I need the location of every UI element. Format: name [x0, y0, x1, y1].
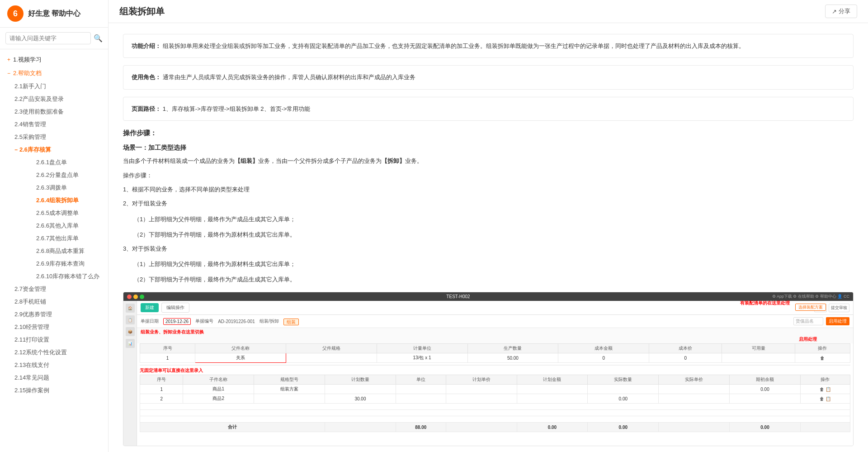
- path-box: 页面路径： 1、库存核算->库存管理->组装拆卸单 2、首页->常用功能: [123, 97, 854, 121]
- close-ctrl: [127, 295, 132, 299]
- sidebar-item-cost-adjust[interactable]: 2.6.5成本调整单: [36, 207, 108, 219]
- sidebar-item-ops[interactable]: 2.10经营管理: [14, 321, 108, 333]
- scene1-desc: 当由多个子件材料组装成一个成品的业务为【组装】业务，当由一个父件拆分成多个子产品…: [123, 156, 854, 166]
- main-area: 组装拆卸单 ↗ 分享 功能介绍： 组装拆卸单用来处理企业组装或拆卸等加工业务，支…: [108, 0, 868, 452]
- mock-num-label: 单据编号: [195, 318, 213, 324]
- tf-total-label: 合计: [140, 423, 325, 432]
- td-plan-a: [517, 385, 588, 394]
- mock-process-btn[interactable]: 启用处理: [826, 317, 849, 325]
- td-actual-q: 0.00: [588, 394, 659, 404]
- mock-upper-table: 序号 父件名称 父件规格 计量单位 生产数量 成本金额 成本价 可用量 操作: [137, 343, 853, 365]
- td-unit: [396, 385, 446, 394]
- mock-assembly-type[interactable]: 组装: [283, 319, 299, 325]
- mock-app-layout: 🏠 📋 📦 📊 新建 编辑操作 有装配清单的在这里处理 选择装配方案: [123, 301, 853, 446]
- mock-date-value: 2019-12-26: [163, 318, 191, 325]
- th-parent-name: 父件名称: [195, 344, 286, 353]
- main-header: 组装拆卸单 ↗ 分享: [108, 0, 868, 23]
- th-plan-qty: 计划数量: [325, 375, 396, 385]
- td-seq: 1: [140, 353, 195, 363]
- steps-list: 1、根据不同的业务，选择不同单据的类型来处理 2、对于组装业务 （1）上部明细为…: [123, 184, 854, 286]
- step2-2: （2）下部明细为子件明细，最终作为原材料生成其它出库单。: [134, 228, 854, 242]
- sidebar-item-inventory-book[interactable]: 2.6.9库存账本查询: [36, 257, 108, 270]
- sidebar-item-partial-count[interactable]: 2.6.2分量盘点单: [36, 169, 108, 181]
- sidebar-item-inventory[interactable]: − 2.6库存核算: [14, 143, 108, 156]
- collapse-icon-inventory: −: [14, 147, 18, 153]
- th-actual-price: 实际单价: [659, 375, 730, 385]
- sidebar-item-cases[interactable]: 2.15操作案例: [14, 384, 108, 397]
- step2: 2、对于组装业务: [123, 198, 854, 209]
- expand-icon: +: [7, 57, 10, 63]
- mock-tab-new[interactable]: 新建: [141, 303, 159, 312]
- annotation-enable: 启用处理: [137, 336, 853, 343]
- th-actual-qty: 实际数量: [588, 375, 659, 385]
- table-row: [140, 410, 850, 416]
- td-action: 🗑: [795, 353, 850, 363]
- tf-v8: [800, 423, 850, 432]
- search-input[interactable]: [5, 32, 91, 44]
- td-plan-a: [517, 394, 588, 404]
- td-plan-p: [446, 394, 517, 404]
- role-box: 使用角色： 通常由生产人员或库管人员完成拆装业务的操作，库管人员确认原材料的出库…: [123, 65, 854, 89]
- scene1-title: 场景一：加工类型选择: [123, 144, 854, 152]
- share-icon: ↗: [832, 8, 837, 15]
- sidebar-item-other-in[interactable]: 2.6.6其他入库单: [36, 219, 108, 232]
- sidebar-item-cost-recalc[interactable]: 2.6.8商品成本重算: [36, 245, 108, 257]
- step3-2: （2）下部明细为子件明细，最终作为产成品生成其它入库单。: [134, 273, 854, 286]
- role-label: 使用角色：: [132, 74, 161, 81]
- sidebar-item-help-docs[interactable]: − 2.帮助文档: [0, 67, 108, 80]
- td-op: 🗑 📋: [800, 394, 850, 404]
- sidebar-item-sales[interactable]: 2.4销售管理: [14, 118, 108, 131]
- sidebar-search-bar: 🔍: [0, 28, 108, 49]
- sidebar-item-install[interactable]: 2.2产品安装及登录: [14, 93, 108, 105]
- share-button[interactable]: ↗ 分享: [825, 5, 857, 18]
- mock-main-body: 新建 编辑操作 有装配清单的在这里处理 选择装配方案 保存 提交审核: [137, 301, 853, 446]
- sidebar-item-other-out[interactable]: 2.6.7其他出库单: [36, 232, 108, 245]
- th-plan-amt: 计划金额: [517, 375, 588, 385]
- mock-search-goods[interactable]: 货值品名: [793, 317, 823, 325]
- td-name: 关系: [195, 353, 286, 363]
- table-row: [140, 404, 850, 410]
- sidebar-item-finance[interactable]: 2.7资金管理: [14, 283, 108, 295]
- sidebar-item-online-pay[interactable]: 2.13在线支付: [14, 359, 108, 371]
- td-actual-p: [659, 385, 730, 394]
- path-label: 页面路径：: [132, 105, 161, 112]
- th-seq: 序号: [140, 375, 183, 385]
- mock-date-label: 单据日期: [141, 318, 159, 324]
- sidebar-item-purchase[interactable]: 2.5采购管理: [14, 131, 108, 143]
- intro-box: 功能介绍： 组装拆卸单用来处理企业组装或拆卸等加工业务，支持有固定装配清单的产品…: [123, 34, 854, 58]
- sidebar-item-video-learning[interactable]: + 1.视频学习: [0, 53, 108, 67]
- th-op: 操作: [800, 375, 850, 385]
- tf-v2: 88.00: [396, 423, 446, 432]
- mock-btn-submit[interactable]: 提交审核: [829, 304, 849, 312]
- sidebar-item-coupon[interactable]: 2.9优惠券管理: [14, 308, 108, 321]
- role-text: 通常由生产人员或库管人员完成拆装业务的操作，库管人员确认原材料的出库和产成品的入…: [163, 74, 415, 81]
- sidebar-item-stockcount[interactable]: 2.6.1盘点单: [36, 156, 108, 169]
- mock-lower-table: 无固定清单可以直接在这里录入 序号 子件名称 规格型号 计划数量 单位 计划单价: [137, 366, 853, 446]
- mock-select-plan-btn[interactable]: 选择装配方案: [795, 303, 826, 310]
- th-unit: 单位: [396, 375, 446, 385]
- annotation-no-plan: 无固定清单可以直接在这里录入: [140, 367, 850, 374]
- sidebar-item-print[interactable]: 2.11打印设置: [14, 333, 108, 346]
- th-qty: 计量单位: [377, 344, 467, 353]
- sidebar-item-newbie[interactable]: 2.1新手入门: [14, 80, 108, 93]
- td-balance: [730, 394, 801, 404]
- sidebar-item-assembly[interactable]: 2.6.4组装拆卸单: [36, 194, 108, 207]
- sidebar-item-inventory-error[interactable]: 2.6.10库存账本错了么办: [36, 270, 108, 283]
- sidebar-item-system-config[interactable]: 2.12系统个性化设置: [14, 346, 108, 359]
- mock-type-label: 组装/拆卸: [259, 318, 279, 324]
- sidebar-item-data-prep[interactable]: 2.3使用前数据准备: [14, 105, 108, 118]
- th-child-name: 子件名称: [183, 375, 254, 385]
- sidebar-item-faq[interactable]: 2.14常见问题: [14, 371, 108, 384]
- mock-icon-home: 🏠: [126, 304, 135, 313]
- td-plan-q: [325, 385, 396, 394]
- tf-v3: [446, 423, 517, 432]
- td-name: 商品2: [183, 394, 254, 404]
- mock-tab-edit[interactable]: 编辑操作: [161, 303, 189, 313]
- search-button[interactable]: 🔍: [94, 34, 103, 43]
- sidebar: 6 好生意 帮助中心 🔍 + 1.视频学习 − 2.帮助文档 2.1新手入门 2…: [0, 0, 108, 452]
- sidebar-item-mobile[interactable]: 2.8手机旺铺: [14, 295, 108, 308]
- td-cost-p: 0: [649, 353, 722, 363]
- sidebar-item-transfer[interactable]: 2.6.3调拨单: [36, 181, 108, 194]
- mock-left-sidebar: 🏠 📋 📦 📊: [123, 301, 137, 446]
- td-seq: 1: [140, 385, 183, 394]
